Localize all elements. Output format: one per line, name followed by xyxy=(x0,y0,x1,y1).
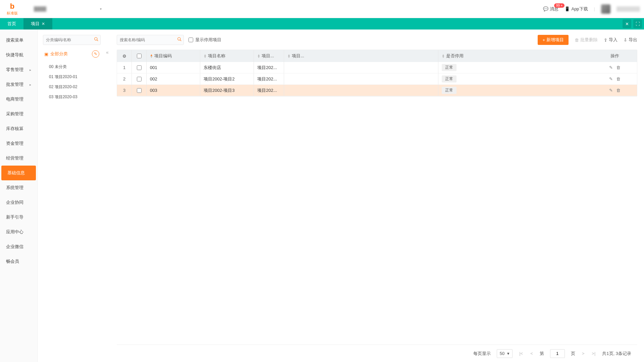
category-item-1[interactable]: 01 项目2020-01 xyxy=(49,72,101,82)
column-code[interactable]: ▲▼ 项目编码 xyxy=(147,50,200,62)
export-label: 导出 xyxy=(629,37,637,43)
show-disabled-checkbox[interactable]: 显示停用项目 xyxy=(189,37,221,43)
sidenav-item-8[interactable]: 经营管理 xyxy=(0,151,37,166)
select-all-checkbox[interactable] xyxy=(137,54,142,58)
row-checkbox[interactable] xyxy=(137,77,142,81)
sidenav-item-12[interactable]: 新手引导 xyxy=(0,210,37,225)
username[interactable] xyxy=(616,6,640,12)
column-settings[interactable]: ⚙ xyxy=(117,50,132,62)
column-op-label: 操作 xyxy=(610,53,619,59)
sidenav-item-9[interactable]: 基础信息 xyxy=(1,166,36,180)
sidenav-item-11[interactable]: 企业协同 xyxy=(0,195,37,210)
column-select-all[interactable] xyxy=(132,50,147,62)
cell-checkbox[interactable] xyxy=(132,85,147,96)
row-checkbox[interactable] xyxy=(137,88,142,93)
delete-icon[interactable]: 🗑 xyxy=(616,65,621,70)
category-item-0[interactable]: 00 未分类 xyxy=(49,62,101,72)
cell-extra-1: 项目202... xyxy=(254,62,284,73)
import-icon: ⇪ xyxy=(604,38,607,43)
category-search-input[interactable] xyxy=(43,35,101,45)
sidenav-item-10[interactable]: 系统管理 xyxy=(0,180,37,195)
table-row[interactable]: 2002项目2002-项目2项目202...正常✎🗑 xyxy=(117,73,637,85)
close-tab-button[interactable]: ✕ xyxy=(623,19,631,28)
column-name[interactable]: ▲▼ 项目名称 xyxy=(200,50,254,62)
sidenav-item-5[interactable]: 采购管理 xyxy=(0,107,37,121)
pager-page-input[interactable] xyxy=(550,349,565,358)
sidenav-item-14[interactable]: 企业微信 xyxy=(0,239,37,254)
pager-first-button[interactable]: |< xyxy=(519,351,524,356)
export-icon: ⇩ xyxy=(624,38,627,43)
category-edit-button[interactable]: ✎ xyxy=(92,50,99,58)
topbar: b 标准版 ████ ▾ 💬 消息 99 + 📱 App下载 | xyxy=(0,0,644,18)
delete-icon[interactable]: 🗑 xyxy=(616,88,621,93)
pager-next-button[interactable]: > xyxy=(581,351,585,356)
column-status[interactable]: ▲▼ 是否停用 xyxy=(438,50,593,62)
show-disabled-input[interactable] xyxy=(189,38,193,42)
search-icon[interactable] xyxy=(177,37,182,42)
sidenav-item-label: 应用中心 xyxy=(6,229,23,235)
edit-icon[interactable]: ✎ xyxy=(609,88,613,93)
row-checkbox[interactable] xyxy=(137,65,142,70)
cell-checkbox[interactable] xyxy=(132,73,147,84)
chevron-right-icon: ▸ xyxy=(30,83,31,86)
batch-delete-button: 🗑 批量删除 xyxy=(575,37,598,43)
tab-1[interactable]: 项目✕ xyxy=(23,18,52,29)
cell-name: 项目2002-项目2 xyxy=(200,73,254,84)
pager-total: 共1页, 3条记录 xyxy=(602,351,631,357)
cell-row-num: 2 xyxy=(117,73,132,84)
fullscreen-button[interactable]: ⛶ xyxy=(633,19,642,28)
category-item-3[interactable]: 03 项目2020-03 xyxy=(49,92,101,102)
avatar[interactable] xyxy=(601,4,610,14)
edit-icon[interactable]: ✎ xyxy=(609,65,613,70)
content: ▣ 全部分类 ✎ 00 未分类01 项目2020-0102 项目2020-020… xyxy=(38,29,644,362)
sidenav-item-15[interactable]: 畅会员 xyxy=(0,254,37,269)
export-button[interactable]: ⇩ 导出 xyxy=(624,37,637,43)
sidenav-item-label: 资金管理 xyxy=(6,140,23,146)
add-project-button[interactable]: + 新增项目 xyxy=(538,35,569,45)
tab-0[interactable]: 首页 xyxy=(0,18,23,29)
per-page-select[interactable]: 50 ▾ xyxy=(497,349,513,358)
sidenav-item-13[interactable]: 应用中心 xyxy=(0,225,37,239)
sidenav-item-4[interactable]: 电商管理 xyxy=(0,92,37,107)
cell-name: 东楼街店 xyxy=(200,62,254,73)
svg-line-3 xyxy=(180,40,181,41)
table-row[interactable]: 3003项目2002-项目3项目202...正常✎🗑 xyxy=(117,85,637,96)
cell-extra-2 xyxy=(284,62,438,73)
cell-code: 002 xyxy=(147,73,200,84)
import-label: 导入 xyxy=(609,37,618,43)
table-search-input[interactable] xyxy=(117,35,184,45)
app-download-button[interactable]: 📱 App下载 xyxy=(565,6,588,12)
table-row[interactable]: 1001东楼街店项目202...正常✎🗑 xyxy=(117,62,637,73)
delete-icon[interactable]: 🗑 xyxy=(616,76,621,81)
sidenav-item-2[interactable]: 零售管理▸ xyxy=(0,62,37,77)
cell-checkbox[interactable] xyxy=(132,62,147,73)
category-all-label[interactable]: 全部分类 xyxy=(50,51,68,57)
search-icon[interactable] xyxy=(94,37,99,42)
cell-code: 003 xyxy=(147,85,200,96)
column-extra2-label: 项目... xyxy=(292,53,304,59)
pager-last-button[interactable]: >| xyxy=(591,351,596,356)
sidenav-item-7[interactable]: 资金管理 xyxy=(0,136,37,151)
chevron-down-icon[interactable]: ▾ xyxy=(60,7,102,11)
chat-icon: 💬 xyxy=(543,6,548,11)
pager-prev-button[interactable]: < xyxy=(530,351,534,356)
cell-ops: ✎🗑 xyxy=(593,62,637,73)
column-extra-2[interactable]: ▲▼ 项目... xyxy=(284,50,438,62)
sidenav-item-0[interactable]: 搜索菜单 xyxy=(0,33,37,48)
sidenav-item-1[interactable]: 快捷导航 xyxy=(0,48,37,62)
category-item-2[interactable]: 02 项目2020-02 xyxy=(49,82,101,92)
cell-extra-2 xyxy=(284,73,438,84)
sidenav-item-3[interactable]: 批发管理▸ xyxy=(0,77,37,92)
tabbar: 首页项目✕ ✕ ⛶ xyxy=(0,18,644,29)
org-selector[interactable]: ████ xyxy=(24,5,56,13)
messages-button[interactable]: 💬 消息 99 + xyxy=(543,6,558,12)
sidenav-item-6[interactable]: 库存核算 xyxy=(0,121,37,136)
chevron-down-icon: ▾ xyxy=(507,351,509,356)
close-icon[interactable]: ✕ xyxy=(42,21,45,26)
collapse-panel-icon[interactable]: « xyxy=(106,50,109,55)
import-button[interactable]: ⇪ 导入 xyxy=(604,37,618,43)
cell-row-num: 1 xyxy=(117,62,132,73)
column-extra-1[interactable]: ▲▼ 项目... xyxy=(254,50,284,62)
edit-icon[interactable]: ✎ xyxy=(609,76,613,81)
cell-code: 001 xyxy=(147,62,200,73)
